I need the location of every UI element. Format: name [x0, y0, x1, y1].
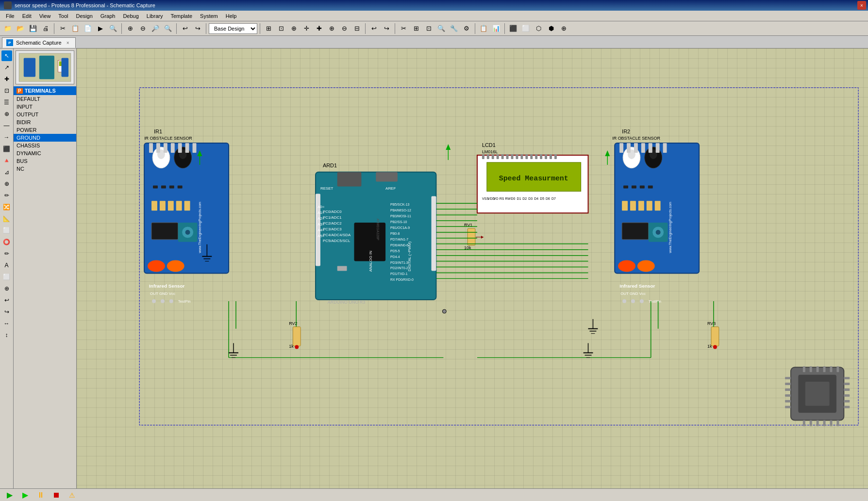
toolbar-search[interactable]: 🔍	[107, 23, 119, 34]
toolbar-grid[interactable]: ⊡	[275, 23, 287, 34]
tool-flip-h[interactable]: ↔	[1, 318, 12, 329]
tool-2d-line[interactable]: 🔀	[1, 202, 12, 212]
play-step-button[interactable]: ▶	[18, 490, 32, 501]
design-dropdown[interactable]: Base Design	[209, 23, 257, 34]
toolbar-break[interactable]: ✂	[398, 23, 409, 34]
toolbar-netlist[interactable]: 📋	[478, 23, 489, 34]
tool-2d-circle[interactable]: ⭕	[1, 237, 12, 247]
svg-text:LM016L: LM016L	[482, 149, 498, 154]
toolbar-debug[interactable]: 🔧	[448, 23, 460, 34]
tool-symbol[interactable]: ⬜	[1, 272, 12, 282]
tool-flip-v[interactable]: ↕	[1, 330, 12, 340]
toolbar-print[interactable]: 🖨	[40, 23, 51, 34]
toolbar-open[interactable]: 📂	[15, 23, 26, 34]
toolbar-undo[interactable]: ↩	[179, 23, 191, 34]
tool-text[interactable]: ☰	[1, 97, 12, 108]
toolbar-check[interactable]: 🔍	[435, 23, 447, 34]
tool-graph[interactable]: ⊿	[1, 167, 12, 178]
menu-item-template[interactable]: Template	[167, 12, 196, 20]
toolbar-cut[interactable]: ✂	[57, 23, 68, 34]
tool-component[interactable]: ↗	[1, 62, 12, 73]
terminal-chassis[interactable]: CHASSIS	[14, 142, 76, 149]
stop-button[interactable]: ⏹	[50, 490, 63, 501]
toolbar-save[interactable]: 💾	[27, 23, 39, 34]
toolbar-more4[interactable]: ⬢	[545, 23, 557, 34]
schematic-canvas[interactable]: IR1 IR OBSTACLE SENSOR Infrared Sensor O…	[77, 48, 868, 488]
tool-bus-wire[interactable]: →	[1, 132, 12, 143]
toolbar-zoom-out[interactable]: ⊖	[137, 23, 149, 34]
menu-item-debug[interactable]: Debug	[119, 12, 142, 20]
toolbar-pan2[interactable]: ✚	[313, 23, 325, 34]
tool-terminal[interactable]: ⬛	[1, 144, 12, 154]
toolbar-assign[interactable]: ⊡	[423, 23, 434, 34]
terminal-power[interactable]: POWER	[14, 126, 76, 134]
toolbar-new[interactable]: 📁	[2, 23, 14, 34]
tab-close-button[interactable]: ×	[65, 39, 71, 46]
toolbar-pan[interactable]: ✛	[300, 23, 312, 34]
warning-button[interactable]: ⚠	[65, 490, 79, 501]
terminal-dynamic[interactable]: DYNAMIC	[14, 149, 76, 157]
toolbar-copy[interactable]: 📋	[69, 23, 81, 34]
toolbar-redo2[interactable]: ↪	[381, 23, 392, 34]
menu-item-system[interactable]: System	[196, 12, 222, 20]
toolbar-origin[interactable]: ⊕	[288, 23, 300, 34]
toolbar-snap[interactable]: ⊞	[263, 23, 274, 34]
menu-item-view[interactable]: View	[35, 12, 55, 20]
toolbar-fit2[interactable]: ⊟	[351, 23, 363, 34]
toolbar-run-cmd[interactable]: ▶	[95, 23, 106, 34]
terminal-input[interactable]: INPUT	[14, 103, 76, 111]
toolbar-merge[interactable]: ⊞	[410, 23, 422, 34]
terminal-bus[interactable]: BUS	[14, 157, 76, 165]
tool-rotate-ccw[interactable]: ↪	[1, 307, 12, 317]
tool-wire[interactable]: —	[1, 120, 12, 131]
terminal-bidir[interactable]: BIDIR	[14, 118, 76, 126]
tool-annotation[interactable]: ✏	[1, 190, 12, 201]
svg-rect-230	[817, 366, 819, 372]
toolbar-bom[interactable]: 📊	[490, 23, 502, 34]
tool-2d-rect[interactable]: 📐	[1, 213, 12, 224]
toolbar-more1[interactable]: ⬛	[507, 23, 519, 34]
tool-bus[interactable]: ⊕	[1, 109, 12, 119]
toolbar-more3[interactable]: ⬡	[533, 23, 544, 34]
close-window-button[interactable]: ×	[857, 1, 866, 10]
schematic-capture-tab[interactable]: P Schematic Capture ×	[2, 37, 76, 48]
menu-item-design[interactable]: Design	[72, 12, 97, 20]
tool-add[interactable]: ⊕	[1, 283, 12, 294]
toolbar-settings[interactable]: ⚙	[461, 23, 472, 34]
toolbar-fit[interactable]: 🔎	[150, 23, 161, 34]
svg-text:1k: 1k	[289, 344, 294, 349]
tool-2d-arc[interactable]: ✏	[1, 248, 12, 259]
tool-rotate-cw[interactable]: ↩	[1, 295, 12, 306]
toolbar-paste[interactable]: 📄	[82, 23, 94, 34]
toolbar-redo[interactable]: ↪	[192, 23, 203, 34]
toolbar-zoom-plus[interactable]: ⊕	[326, 23, 337, 34]
tab-bar: P Schematic Capture ×	[0, 36, 868, 48]
menu-item-graph[interactable]: Graph	[97, 12, 119, 20]
tool-select[interactable]: ↖	[1, 50, 12, 61]
toolbar-more5[interactable]: ⊕	[558, 23, 569, 34]
terminal-ground[interactable]: GROUND	[14, 134, 76, 142]
toolbar-undo2[interactable]: ↩	[368, 23, 380, 34]
toolbar-zoom-in[interactable]: ⊕	[124, 23, 136, 34]
svg-text:ANALOG IN: ANALOG IN	[368, 251, 373, 272]
tool-letter-a[interactable]: A	[1, 260, 12, 271]
toolbar-zoom-area[interactable]: 🔍	[162, 23, 174, 34]
terminal-output[interactable]: OUTPUT	[14, 111, 76, 118]
tool-junction[interactable]: ✚	[1, 74, 12, 84]
toolbar-zoom-minus[interactable]: ⊖	[338, 23, 350, 34]
toolbar-more2[interactable]: ⬜	[520, 23, 532, 34]
play-button[interactable]: ▶	[3, 490, 17, 501]
tool-instrument[interactable]: ⊕	[1, 178, 12, 189]
terminal-nc[interactable]: NC	[14, 165, 76, 173]
menu-item-library[interactable]: Library	[143, 12, 167, 20]
tool-2d-box[interactable]: ⬜	[1, 225, 12, 236]
pause-button[interactable]: ⏸	[34, 490, 48, 501]
menu-item-file[interactable]: File	[2, 12, 18, 20]
tool-wire-label[interactable]: ⊡	[1, 85, 12, 96]
menu-item-tool[interactable]: Tool	[54, 12, 72, 20]
tool-pin[interactable]: 🔺	[1, 155, 12, 166]
menu-item-help[interactable]: Help	[222, 12, 241, 20]
svg-text:TestPin: TestPin	[649, 299, 661, 304]
menu-item-edit[interactable]: Edit	[18, 12, 35, 20]
terminal-default[interactable]: DEFAULT	[14, 95, 76, 103]
